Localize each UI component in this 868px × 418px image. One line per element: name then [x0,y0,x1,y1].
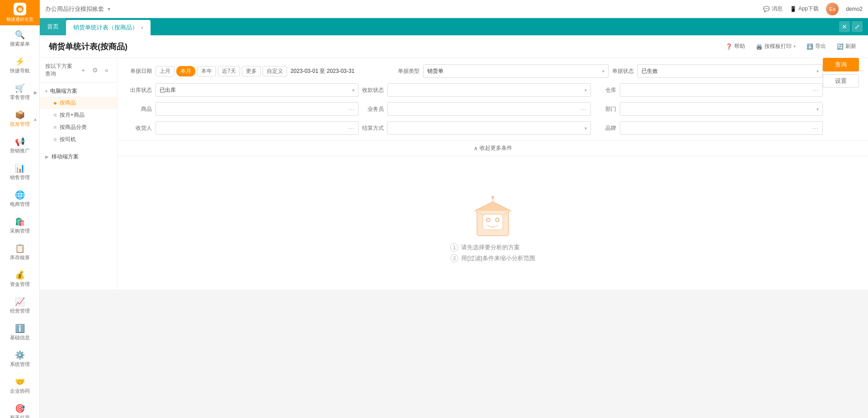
list-icon-2: ≡ [53,124,57,131]
collapse-bar[interactable]: ∧ 收起更多条件 [118,140,868,156]
date-btn-more[interactable]: 更多 [242,66,261,76]
scheme-item-by-printer-label: 按司机 [60,136,76,143]
out-status-select[interactable]: 已出库 ▾ [156,83,359,97]
product-label: 商品 [127,105,152,113]
payment-status-arrow: ▾ [585,88,587,93]
app-logo[interactable]: 畅 畅捷通好生意 [0,0,40,25]
print-btn[interactable]: 🖨️ 按模板打印 ▾ [753,41,798,52]
search-icon: 🔍 [15,30,25,40]
date-btn-last-month[interactable]: 上月 [156,66,175,76]
payment-status-label: 收款状态 [359,86,384,94]
scheme-add-btn[interactable]: + [78,65,88,75]
guide-icon: 🎯 [15,404,25,413]
sidebar-label-sales-mgmt: 销售管理 [10,174,30,181]
sidebar-item-sales-mgmt[interactable]: 📊 销售管理 [0,159,39,185]
sidebar-item-wholesale[interactable]: 📦 批发管理 ▲ [0,105,39,132]
filter-settlement: 结算方式 ▾ [359,121,590,135]
app-download-action[interactable]: 📱 App下载 [790,5,819,13]
doc-type-arrow: ▾ [602,69,604,74]
main-area: 办公用品行业模拟账套 ▾ 💬 消息 📱 App下载 Ea demo2 首页 销货… [40,0,868,418]
warehouse-select[interactable]: ··· [620,83,823,97]
scheme-collapse-btn[interactable]: « [102,65,112,75]
avatar[interactable]: Ea [826,3,839,15]
brand-dots: ··· [812,124,819,132]
brand-label: 品牌 [591,124,616,132]
scheme-group-pc-header[interactable]: ▾ 电脑端方案 [40,86,117,97]
doc-status-label: 单据状态 [609,67,634,75]
tab-close-all-btn[interactable]: ✕ [839,21,850,32]
sidebar-item-search[interactable]: 🔍 搜索菜单 [0,25,39,52]
scheme-item-by-product-label: 按商品 [60,99,76,107]
date-shortcuts: 上月 本月 本年 近7天 更多 自定义 [156,66,287,76]
query-btn[interactable]: 查询 [823,58,859,71]
scheme-item-by-month-product[interactable]: ≡ 按月+商品 [40,109,117,121]
sidebar-label-purchase: 采购管理 [10,228,30,234]
scheme-config-btn[interactable]: ⚙ [90,65,100,75]
salesperson-select[interactable]: ··· [387,102,590,116]
date-btn-this-month[interactable]: 本月 [176,66,195,76]
brand-select[interactable]: ··· [620,121,823,135]
sidebar-item-operations[interactable]: 📈 经营管理 [0,292,39,319]
sidebar-label-retail: 零售管理 [10,94,30,101]
message-icon: 💬 [763,6,770,12]
date-range-display: 2023-03-01 至 2023-03-31 [291,67,354,75]
query-btn-area: 查询 设置 [823,58,859,88]
date-btn-custom[interactable]: 自定义 [263,66,287,76]
doc-type-select[interactable]: 销货单 ▾ [423,64,609,78]
doc-status-select[interactable]: 已生效 ▾ [637,64,823,78]
salesperson-label: 业务员 [359,105,384,113]
sidebar-item-quick-nav[interactable]: ⚡ 快捷导航 [0,52,39,79]
payment-status-select[interactable]: ▾ [387,83,590,97]
sidebar-item-system[interactable]: ⚙️ 系统管理 [0,346,39,372]
sidebar-item-retail[interactable]: 🛒 零售管理 ▶ [0,79,39,105]
sidebar-item-purchase[interactable]: 🛍️ 采购管理 [0,212,39,239]
sidebar-item-marketing[interactable]: 📢 营销推广 [0,132,39,159]
help-btn[interactable]: ❓ 帮助 [723,41,748,52]
sidebar-item-ecommerce[interactable]: 🌐 电商管理 [0,185,39,212]
date-btn-this-year[interactable]: 本年 [197,66,216,76]
page-header-actions: ❓ 帮助 🖨️ 按模板打印 ▾ ⬇️ 导出 🔄 刷新 [723,41,859,57]
settlement-select[interactable]: ▾ [387,121,590,135]
scheme-group-mobile: ▶ 移动端方案 [40,148,117,165]
topbar: 办公用品行业模拟账套 ▾ 💬 消息 📱 App下载 Ea demo2 [40,0,868,18]
sidebar-item-enterprise[interactable]: 🤝 企业协同 [0,372,39,399]
topbar-left: 办公用品行业模拟账套 ▾ [45,5,110,13]
tab-maximize-btn[interactable]: ⤢ [852,21,863,32]
tab-home[interactable]: 首页 [40,18,66,35]
help-icon: ❓ [726,43,732,50]
product-select[interactable]: ··· [156,102,359,116]
gear-icon: ⚙️ [15,350,25,360]
scheme-item-by-product[interactable]: ● 按商品 [40,97,117,109]
tab-sales-stat[interactable]: 销货单统计表（按商品） × [66,20,151,35]
filter-row-4: 收货人 ··· 结算方式 ▾ [127,121,823,135]
settlement-label: 结算方式 [359,124,384,132]
help-label: 帮助 [734,43,745,50]
industry-dropdown[interactable]: ▾ [108,6,110,12]
receiver-select[interactable]: ··· [156,121,359,135]
scheme-item-by-category-label: 按商品分类 [60,124,87,131]
svg-point-7 [496,219,499,221]
sidebar-item-finance[interactable]: 💰 资金管理 [0,266,39,292]
svg-rect-3 [483,214,503,230]
tab-close-icon[interactable]: × [141,25,143,30]
sidebar-item-basic-info[interactable]: ℹ️ 基础信息 [0,319,39,346]
department-select[interactable]: ▾ [620,102,823,116]
tab-sales-stat-label: 销货单统计表（按商品） [73,24,138,32]
doc-status-value: 已生效 [642,67,658,75]
message-action[interactable]: 💬 消息 [763,5,783,13]
filter-area: 单据日期 上月 本月 本年 近7天 更多 自定义 20 [118,58,868,140]
refresh-btn[interactable]: 🔄 刷新 [834,41,859,52]
sidebar: 畅 畅捷通好生意 🔍 搜索菜单 ⚡ 快捷导航 🛒 零售管理 ▶ 📦 批发管理 ▲… [0,0,40,418]
scheme-item-by-printer[interactable]: ≡ 按司机 [40,133,117,146]
date-btn-7days[interactable]: 近7天 [218,66,240,76]
doc-type-label: 单据类型 [394,67,420,75]
sidebar-item-guide[interactable]: 🎯 新手引导 [0,399,39,418]
sidebar-nav: 🔍 搜索菜单 ⚡ 快捷导航 🛒 零售管理 ▶ 📦 批发管理 ▲ 📢 营销推广 📊… [0,25,39,418]
sidebar-item-inventory[interactable]: 📋 库存核算 [0,239,39,266]
maximize-icon: ⤢ [854,23,860,30]
settings-btn[interactable]: 设置 [823,74,859,88]
scheme-item-by-category[interactable]: ≡ 按商品分类 [40,121,117,133]
tip-num-2: 2 [450,254,458,262]
scheme-group-mobile-header[interactable]: ▶ 移动端方案 [40,151,117,162]
export-btn[interactable]: ⬇️ 导出 [804,41,829,52]
